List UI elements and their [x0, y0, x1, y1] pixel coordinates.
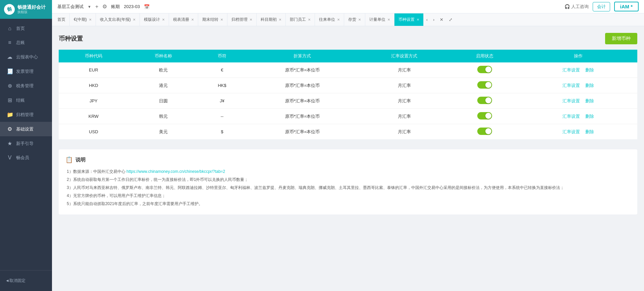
delete-link[interactable]: 删除 [585, 114, 594, 119]
sidebar-item-invoice[interactable]: 🧾发票管理 [0, 64, 52, 79]
delete-link[interactable]: 删除 [585, 67, 594, 72]
sidebar-item-ledger[interactable]: ≡总账 [0, 36, 52, 50]
sidebar-item-label: 税务管理 [16, 83, 34, 89]
enable-toggle[interactable] [477, 112, 492, 119]
delete-link[interactable]: 删除 [585, 83, 594, 88]
rate-setting-link[interactable]: 汇率设置 [562, 114, 580, 119]
note-item: 5）系统只能自动抓取2021年度后的汇率，之前年度汇率需要用户手工维护。 [65, 200, 631, 208]
add-tab-button[interactable]: + [95, 4, 98, 10]
tab-close-icon[interactable]: ✕ [308, 18, 311, 21]
tab-archive[interactable]: 归档管理✕ [227, 13, 257, 26]
tab-label: €(中期) [74, 17, 87, 22]
tab-close-icon[interactable]: ✕ [162, 18, 165, 21]
tab-close-icon[interactable]: ✕ [133, 18, 136, 21]
account-button[interactable]: 会计 [593, 2, 610, 11]
sidebar-item-label: 归档管理 [16, 112, 34, 118]
settings-icon[interactable]: ⚙ [102, 3, 107, 10]
tab-period_end[interactable]: 期末结转✕ [198, 13, 227, 26]
toggle-knob [485, 66, 491, 72]
tab-label: 计量单位 [369, 17, 385, 22]
tab-close-all[interactable]: ✕ [437, 15, 446, 24]
tab-template[interactable]: 模版设计✕ [140, 13, 169, 26]
tab-label: 期末结转 [202, 17, 218, 22]
cancel-pin-button[interactable]: ◄取消固定 [0, 275, 52, 287]
sidebar-item-member[interactable]: V畅会员 [0, 151, 52, 165]
tab-income[interactable]: 收入支出表(年报)✕ [96, 13, 140, 26]
enable-toggle[interactable] [477, 97, 492, 104]
tab-close-icon[interactable]: ✕ [417, 18, 419, 21]
tab-label: 归档管理 [231, 17, 248, 22]
tab-label: 币种设置 [398, 17, 415, 22]
notes-icon: 📋 [65, 156, 73, 163]
table-cell: 原币*汇率=本位币 [246, 93, 359, 109]
tab-home[interactable]: 首页 [53, 13, 70, 26]
sidebar-item-reports[interactable]: ☁云报表中心 [0, 50, 52, 64]
tab-accounts[interactable]: 科目期初✕ [257, 13, 286, 26]
table-header-cell: 币种代码 [59, 50, 128, 62]
table-cell: -- [198, 109, 246, 124]
tab-nav-left[interactable]: ‹ [424, 15, 430, 24]
tab-nav-right[interactable]: › [430, 15, 437, 24]
sidebar-item-label: 结账 [16, 97, 25, 103]
period-value: 2023-03 [124, 4, 140, 9]
tab-maximize[interactable]: ⤢ [446, 15, 455, 24]
tab-close-icon[interactable]: ✕ [89, 18, 92, 21]
rate-setting-link[interactable]: 汇率设置 [562, 98, 580, 103]
delete-link[interactable]: 删除 [585, 98, 594, 103]
sidebar-item-basic[interactable]: ⚙基础设置 [0, 122, 52, 136]
toggle-knob [485, 82, 491, 88]
enable-toggle[interactable] [477, 128, 492, 135]
iam-button[interactable]: iAM * [614, 2, 639, 11]
tab-tax[interactable]: 税表清册✕ [169, 13, 198, 26]
main-area: 基层工会测试 ▼ + ⚙ 账期 2023-03 📅 🎧 人工咨询 会计 iAM … [52, 0, 644, 291]
calendar-icon[interactable]: 📅 [144, 4, 150, 9]
tab-customers[interactable]: 往来单位✕ [315, 13, 344, 26]
enable-toggle[interactable] [477, 66, 492, 73]
sidebar-item-guide[interactable]: ★新手引导 [0, 136, 52, 151]
company-dropdown-icon[interactable]: ▼ [88, 5, 91, 9]
enable-toggle[interactable] [477, 81, 492, 89]
tab-balance[interactable]: €(中期)✕ [70, 13, 96, 26]
tab-label: 科目期初 [261, 17, 277, 22]
sidebar-item-archive[interactable]: 📁归档管理 [0, 107, 52, 122]
sidebar-bottom: ◄取消固定 [0, 270, 52, 291]
tab-unit[interactable]: 计量单位✕ [365, 13, 394, 26]
sidebar-item-checkout[interactable]: ⊞结账 [0, 93, 52, 107]
toggle-knob [485, 97, 491, 103]
tab-close-icon[interactable]: ✕ [337, 18, 340, 21]
period-label: 账期 [111, 4, 120, 10]
new-currency-button[interactable]: 新增币种 [605, 33, 637, 44]
tab-inventory[interactable]: 存货✕ [344, 13, 365, 26]
table-cell: 月汇率 [359, 109, 450, 124]
tab-close-icon[interactable]: ✕ [358, 18, 361, 21]
tab-dept[interactable]: 部门员工✕ [286, 13, 315, 26]
tab-close-icon[interactable]: ✕ [387, 18, 390, 21]
tab-currency[interactable]: 币种设置✕ [394, 13, 424, 26]
notes-section: 📋 说明 1）数据来源：中国外汇交易中心 https://www.chinamo… [59, 149, 637, 214]
tab-close-icon[interactable]: ✕ [250, 18, 252, 21]
delete-link[interactable]: 删除 [585, 129, 594, 134]
tab-close-icon[interactable]: ✕ [220, 18, 223, 21]
sidebar-item-tax[interactable]: ⊕税务管理 [0, 79, 52, 93]
table-header-row: 币种代码币种名称币符折算方式汇率设置方式启用状态操作 [59, 50, 637, 62]
sidebar-item-label: 首页 [16, 26, 25, 32]
tab-close-icon[interactable]: ✕ [279, 18, 281, 21]
table-cell: $ [198, 124, 246, 140]
page-header: 币种设置 新增币种 [59, 33, 637, 44]
ledger-icon: ≡ [7, 40, 13, 46]
rate-setting-link[interactable]: 汇率设置 [562, 129, 580, 134]
rate-setting-link[interactable]: 汇率设置 [562, 67, 580, 72]
checkout-icon: ⊞ [7, 97, 13, 103]
table-cell: 月汇率 [359, 93, 450, 109]
table-cell: 原币*汇率=本位币 [246, 124, 359, 140]
table-row: HKD港元HK$原币*汇率=本位币月汇率汇率设置删除 [59, 78, 637, 93]
notes-link[interactable]: https://www.chinamoney.com.cn/chinese/bk… [126, 169, 225, 174]
notes-title: 📋 说明 [65, 156, 631, 163]
logo-title: 畅捷通好会计 [17, 4, 46, 10]
help-button[interactable]: 🎧 人工咨询 [565, 4, 589, 10]
sidebar: 畅 畅捷通好会计 旗舰版 ⌂首页≡总账☁云报表中心🧾发票管理⊕税务管理⊞结账📁归… [0, 0, 52, 291]
table-header: 币种代码币种名称币符折算方式汇率设置方式启用状态操作 [59, 50, 637, 62]
tab-close-icon[interactable]: ✕ [191, 18, 194, 21]
sidebar-item-home[interactable]: ⌂首页 [0, 21, 52, 36]
rate-setting-link[interactable]: 汇率设置 [562, 83, 580, 88]
